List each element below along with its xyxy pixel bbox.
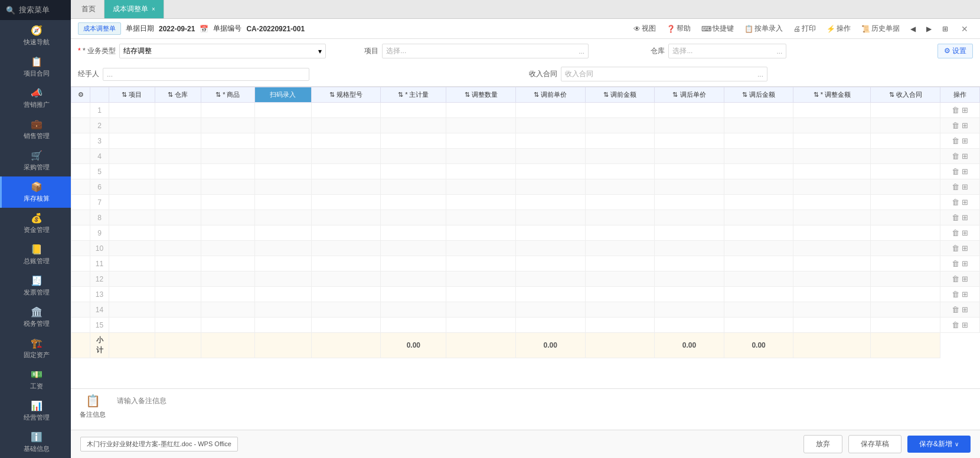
cell-warehouse-7[interactable] xyxy=(155,195,201,210)
cell-contract-12[interactable] xyxy=(871,271,940,287)
cell-contract-6[interactable] xyxy=(871,179,940,195)
cell-project-2[interactable] xyxy=(109,118,155,133)
cell-unit-4[interactable] xyxy=(381,149,446,164)
cell-project-13[interactable] xyxy=(109,287,155,302)
cell-adjamt-6[interactable] xyxy=(793,179,871,195)
cell-prevamt-12[interactable] xyxy=(585,271,655,287)
nav-prev-btn[interactable]: ◀ xyxy=(908,24,918,34)
cell-postup-14[interactable] xyxy=(655,302,724,318)
th-settings[interactable]: ⚙ xyxy=(71,87,90,103)
sidebar-item-invoice[interactable]: 🧾发票管理 xyxy=(0,270,71,302)
shortcut-btn[interactable]: ⌨ 快捷键 xyxy=(699,22,736,35)
cell-contract-13[interactable] xyxy=(871,287,940,302)
cell-adjamt-14[interactable] xyxy=(793,302,871,318)
cell-postup-2[interactable] xyxy=(655,118,724,133)
cell-postup-8[interactable] xyxy=(655,210,724,225)
cell-postup-15[interactable] xyxy=(655,318,724,333)
cell-prevup-10[interactable] xyxy=(515,241,585,256)
cell-adjqty-12[interactable] xyxy=(446,271,516,287)
remarks-input[interactable] xyxy=(115,394,973,417)
cell-postamt-2[interactable] xyxy=(724,118,793,133)
cell-project-3[interactable] xyxy=(109,133,155,149)
save-new-chevron[interactable]: ∨ xyxy=(955,441,959,447)
cell-postup-13[interactable] xyxy=(655,287,724,302)
cell-scan-6[interactable] xyxy=(254,179,311,195)
handler-input[interactable]: ... xyxy=(103,68,309,81)
cell-product-2[interactable] xyxy=(201,118,254,133)
delete-btn-5[interactable]: 🗑 xyxy=(952,167,959,176)
cell-postamt-8[interactable] xyxy=(724,210,793,225)
cell-postamt-11[interactable] xyxy=(724,256,793,271)
copy-btn-14[interactable]: ⊞ xyxy=(962,305,968,314)
sidebar-item-basic-info[interactable]: ℹ️基础信息 xyxy=(0,427,71,458)
cell-prevup-12[interactable] xyxy=(515,271,585,287)
cell-product-5[interactable] xyxy=(201,164,254,179)
cell-unit-10[interactable] xyxy=(381,241,446,256)
cell-project-7[interactable] xyxy=(109,195,155,210)
delete-btn-3[interactable]: 🗑 xyxy=(952,136,959,145)
cell-prevamt-14[interactable] xyxy=(585,302,655,318)
cell-postamt-14[interactable] xyxy=(724,302,793,318)
cell-project-6[interactable] xyxy=(109,179,155,195)
cell-unit-13[interactable] xyxy=(381,287,446,302)
sidebar-item-purchase[interactable]: 🛒采购管理 xyxy=(0,145,71,176)
cell-contract-2[interactable] xyxy=(871,118,940,133)
cell-spec-15[interactable] xyxy=(311,318,381,333)
cell-spec-3[interactable] xyxy=(311,133,381,149)
th-adj-amount[interactable]: ⇅ * 调整金额 xyxy=(793,87,871,103)
cell-unit-14[interactable] xyxy=(381,302,446,318)
cell-product-11[interactable] xyxy=(201,256,254,271)
cell-project-14[interactable] xyxy=(109,302,155,318)
sidebar-item-project-contract[interactable]: 📋项目合同 xyxy=(0,51,71,83)
cell-scan-5[interactable] xyxy=(254,164,311,179)
cell-prevamt-7[interactable] xyxy=(585,195,655,210)
cell-adjqty-15[interactable] xyxy=(446,318,516,333)
cell-spec-5[interactable] xyxy=(311,164,381,179)
cell-warehouse-2[interactable] xyxy=(155,118,201,133)
cell-unit-15[interactable] xyxy=(381,318,446,333)
cell-prevamt-3[interactable] xyxy=(585,133,655,149)
cell-prevamt-1[interactable] xyxy=(585,103,655,118)
delete-btn-11[interactable]: 🗑 xyxy=(952,259,959,268)
copy-btn-4[interactable]: ⊞ xyxy=(962,152,968,161)
cell-project-8[interactable] xyxy=(109,210,155,225)
cell-product-4[interactable] xyxy=(201,149,254,164)
cell-contract-1[interactable] xyxy=(871,103,940,118)
cell-unit-1[interactable] xyxy=(381,103,446,118)
cell-adjqty-7[interactable] xyxy=(446,195,516,210)
cell-warehouse-9[interactable] xyxy=(155,225,201,241)
th-post-unit-price[interactable]: ⇅ 调后单价 xyxy=(655,87,724,103)
cell-prevup-6[interactable] xyxy=(515,179,585,195)
scan-entry-btn[interactable]: 📋 按单录入 xyxy=(742,22,785,35)
copy-btn-1[interactable]: ⊞ xyxy=(962,106,968,114)
cell-warehouse-10[interactable] xyxy=(155,241,201,256)
cell-adjamt-12[interactable] xyxy=(793,271,871,287)
cell-adjqty-3[interactable] xyxy=(446,133,516,149)
sidebar-item-payroll[interactable]: 💵工资 xyxy=(0,364,71,395)
delete-btn-1[interactable]: 🗑 xyxy=(952,106,959,114)
cell-prevup-7[interactable] xyxy=(515,195,585,210)
delete-btn-13[interactable]: 🗑 xyxy=(952,290,959,299)
delete-btn-10[interactable]: 🗑 xyxy=(952,244,959,253)
cell-contract-14[interactable] xyxy=(871,302,940,318)
cell-adjqty-14[interactable] xyxy=(446,302,516,318)
cell-product-14[interactable] xyxy=(201,302,254,318)
copy-btn-8[interactable]: ⊞ xyxy=(962,213,968,222)
cell-warehouse-11[interactable] xyxy=(155,256,201,271)
cell-prevamt-5[interactable] xyxy=(585,164,655,179)
cell-postamt-6[interactable] xyxy=(724,179,793,195)
cell-scan-15[interactable] xyxy=(254,318,311,333)
cell-adjamt-13[interactable] xyxy=(793,287,871,302)
copy-btn-3[interactable]: ⊞ xyxy=(962,136,968,145)
save-new-button[interactable]: 保存&新增 ∨ xyxy=(907,436,971,453)
cell-prevamt-15[interactable] xyxy=(585,318,655,333)
delete-btn-15[interactable]: 🗑 xyxy=(952,320,959,329)
cell-warehouse-14[interactable] xyxy=(155,302,201,318)
th-prev-amount[interactable]: ⇅ 调前金额 xyxy=(585,87,655,103)
cell-unit-12[interactable] xyxy=(381,271,446,287)
cell-spec-9[interactable] xyxy=(311,225,381,241)
cell-postamt-15[interactable] xyxy=(724,318,793,333)
cell-warehouse-12[interactable] xyxy=(155,271,201,287)
cell-warehouse-8[interactable] xyxy=(155,210,201,225)
cell-postamt-3[interactable] xyxy=(724,133,793,149)
